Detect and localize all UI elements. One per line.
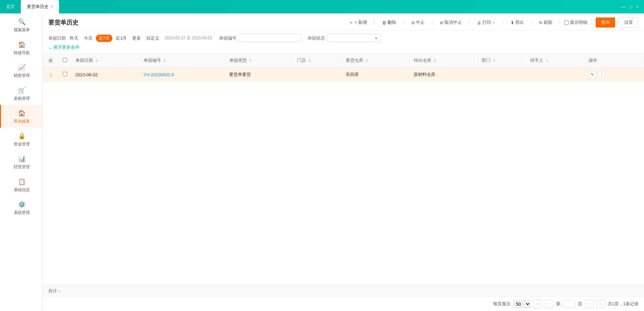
sidebar-item-sales-label: 销售管理 bbox=[14, 73, 30, 79]
row-action: ✎ ⋮ bbox=[585, 68, 644, 82]
filter-row: 单据日期 昨天 今天 近7天 近1月 更多 自定义 2023-05-27 至 2… bbox=[48, 34, 639, 42]
tab-home[interactable]: 首页 bbox=[0, 0, 21, 13]
row-type: 要货单要货 bbox=[225, 68, 293, 82]
column-settings-icon[interactable]: ⚙ bbox=[47, 57, 54, 64]
date-btn-today[interactable]: 今天 bbox=[82, 35, 95, 42]
purchase-icon: 🛒 bbox=[18, 87, 25, 94]
cancel-suspend-button[interactable]: ⊘ 取消中止 bbox=[436, 18, 465, 27]
date-filter-label: 单据日期 bbox=[48, 35, 66, 41]
row-number-link[interactable]: YH-20230602-0 bbox=[143, 72, 174, 77]
sidebar-item-sales[interactable]: 📈 销售管理 bbox=[0, 59, 43, 82]
pending-warehouse-sort-icon: ⇅ bbox=[433, 59, 436, 62]
row-handler bbox=[526, 68, 585, 82]
row-date: 2023-06-02 bbox=[71, 68, 140, 82]
tab-requisition-history[interactable]: 要货单历史 × bbox=[21, 0, 59, 13]
sidebar-item-finance-label: 资金管理 bbox=[14, 141, 30, 147]
th-req-warehouse: 要货仓库 ⇅ bbox=[342, 53, 410, 68]
date-btn-custom[interactable]: 自定义 bbox=[144, 35, 161, 42]
tab-bar: 首页 要货单历史 × bbox=[0, 0, 621, 13]
close-button[interactable]: × bbox=[636, 4, 639, 9]
sales-icon: 📈 bbox=[18, 64, 25, 71]
query-button[interactable]: 查询 bbox=[596, 17, 615, 28]
divider-2 bbox=[404, 20, 404, 25]
select-all-checkbox[interactable] bbox=[63, 58, 67, 62]
th-date: 单据日期 ⇅ bbox=[71, 53, 140, 68]
maximize-button[interactable]: □ bbox=[630, 4, 632, 9]
settings-button[interactable]: 设置 bbox=[619, 17, 639, 28]
content-area: 要货单历史 ＋ + 新增 🗑 删除 ⊘ 中止 bbox=[43, 13, 644, 311]
date-sort-icon: ⇅ bbox=[95, 59, 98, 62]
row-store bbox=[293, 68, 342, 82]
main-layout: 🔍 搜索菜单 🏠 快捷导航 📈 销售管理 🛒 采购管理 🏠 库存核算 🔒 资金管… bbox=[0, 13, 644, 311]
print-button[interactable]: 🖨 打印 ▼ bbox=[474, 18, 499, 27]
finance-icon: 🔒 bbox=[18, 132, 25, 140]
th-type: 单据类型 ⇅ bbox=[225, 53, 293, 68]
show-detail-checkbox-wrap[interactable]: 显示明细 bbox=[564, 19, 587, 26]
page-title: 要货单历史 bbox=[48, 18, 78, 27]
doc-number-filter-label: 单据编号 bbox=[219, 35, 236, 41]
inventory-icon: 🏠 bbox=[18, 109, 25, 117]
prev-page-button[interactable]: ‹ bbox=[545, 300, 553, 308]
row-checkbox[interactable] bbox=[63, 72, 67, 76]
th-action: 操作 bbox=[585, 53, 644, 68]
tab-close-icon[interactable]: × bbox=[51, 4, 53, 9]
minimize-button[interactable]: — bbox=[621, 4, 626, 9]
doc-number-filter-group: 单据编号 bbox=[219, 34, 301, 42]
row-checkbox-cell bbox=[59, 68, 71, 82]
status-select-wrap: ▼ bbox=[327, 34, 381, 42]
sidebar-item-system[interactable]: ⚙️ 系统管理 bbox=[0, 196, 43, 219]
row-number: YH-20230602-0 bbox=[139, 68, 225, 82]
next-page-button[interactable]: › bbox=[585, 300, 594, 308]
status-filter-label: 单据状态 bbox=[308, 35, 325, 41]
suspend-button[interactable]: ⊘ 中止 bbox=[408, 18, 428, 27]
divider-6 bbox=[531, 20, 532, 25]
delete-icon: 🗑 bbox=[382, 20, 386, 25]
divider-8 bbox=[591, 20, 592, 25]
export-button[interactable]: ⬆ 导出 bbox=[507, 18, 527, 27]
th-number: 单据编号 ⇅ bbox=[139, 53, 225, 68]
sidebar-item-search[interactable]: 🔍 搜索菜单 bbox=[0, 13, 43, 36]
date-btn-yesterday[interactable]: 昨天 bbox=[68, 35, 80, 42]
department-sort-icon: ⇅ bbox=[493, 59, 495, 62]
delete-button[interactable]: 🗑 删除 bbox=[379, 18, 399, 27]
date-btn-1month[interactable]: 近1月 bbox=[114, 35, 129, 42]
sidebar-item-basic-info-label: 基础信息 bbox=[14, 187, 30, 193]
date-btn-7days[interactable]: 近7天 bbox=[96, 35, 112, 42]
status-select[interactable] bbox=[327, 34, 381, 42]
sidebar-item-inventory[interactable]: 🏠 库存核算 bbox=[0, 105, 43, 128]
show-detail-checkbox[interactable] bbox=[564, 20, 569, 25]
refresh-button[interactable]: ↻ 刷新 bbox=[536, 18, 556, 27]
sidebar-item-basic-info[interactable]: 📋 基础信息 bbox=[0, 173, 43, 196]
table-header: ⚙ 单据日期 ⇅ 单据编号 ⇅ bbox=[43, 53, 644, 68]
tab-home-label: 首页 bbox=[6, 4, 15, 10]
sidebar-item-operations[interactable]: 📊 经营管理 bbox=[0, 150, 43, 173]
data-table: ⚙ 单据日期 ⇅ 单据编号 ⇅ bbox=[43, 53, 644, 82]
filter-area: 单据日期 昨天 今天 近7天 近1月 更多 自定义 2023-05-27 至 2… bbox=[43, 31, 644, 53]
per-page-select[interactable]: 50 10 20 100 bbox=[513, 300, 531, 308]
date-btn-more[interactable]: 更多 bbox=[130, 35, 143, 42]
page-label: 第 bbox=[556, 301, 560, 307]
first-page-button[interactable]: « bbox=[533, 300, 542, 308]
row-more-icon[interactable]: ⋮ bbox=[598, 71, 605, 78]
store-sort-icon: ⇅ bbox=[308, 59, 311, 62]
sidebar-item-search-label: 搜索菜单 bbox=[14, 27, 30, 33]
expand-more-button[interactable]: ⌄ 展开更多条件 bbox=[48, 42, 639, 50]
page-number-input[interactable]: 1 bbox=[563, 300, 575, 308]
show-detail-label: 显示明细 bbox=[570, 19, 587, 26]
row-edit-icon[interactable]: ✎ bbox=[589, 71, 596, 78]
sidebar-item-finance[interactable]: 🔒 资金管理 bbox=[0, 128, 43, 150]
expand-more-label: 展开更多条件 bbox=[53, 44, 79, 50]
sidebar-item-purchase[interactable]: 🛒 采购管理 bbox=[0, 82, 43, 105]
divider-3 bbox=[432, 20, 432, 25]
sidebar-item-purchase-label: 采购管理 bbox=[14, 96, 30, 101]
operations-icon: 📊 bbox=[18, 155, 25, 163]
per-page-label: 每页显示 bbox=[493, 301, 511, 307]
page-header: 要货单历史 ＋ + 新增 🗑 删除 ⊘ 中止 bbox=[43, 13, 644, 31]
sidebar-item-quick-nav[interactable]: 🏠 快捷导航 bbox=[0, 36, 43, 59]
new-button[interactable]: ＋ + 新增 bbox=[346, 18, 370, 27]
page-label-2: 页 bbox=[578, 301, 582, 307]
doc-number-input[interactable] bbox=[238, 34, 301, 42]
tab-requisition-history-label: 要货单历史 bbox=[27, 4, 49, 10]
sidebar-item-system-label: 系统管理 bbox=[14, 210, 30, 216]
last-page-button[interactable]: » bbox=[596, 300, 605, 308]
